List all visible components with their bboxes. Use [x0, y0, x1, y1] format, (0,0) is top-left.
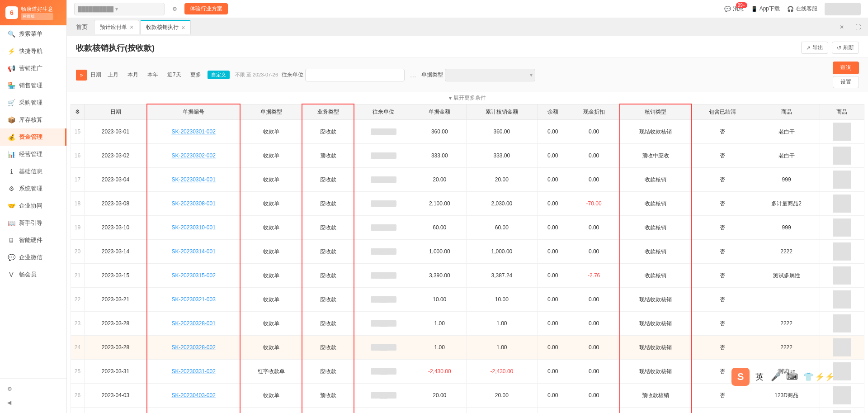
col-settings[interactable]: ⚙: [71, 104, 85, 120]
tabbar-right-actions: ✕ ⛶: [835, 21, 864, 33]
col-partner: 往来单位: [354, 104, 413, 120]
cell-balance: 0.00: [538, 360, 568, 384]
query-button[interactable]: 查询: [833, 62, 859, 74]
cell-product: 测试多属性: [753, 264, 820, 288]
sidebar-item-quicknav[interactable]: ⚡ 快捷导航: [0, 43, 66, 60]
cell-slip-amount: 1.00: [413, 312, 466, 336]
app-download-btn[interactable]: 📱 App下载: [751, 5, 780, 13]
sidebar-icon-marketing: 📢: [7, 65, 15, 72]
date-btn-last-month[interactable]: 上月: [105, 70, 121, 80]
user-avatar[interactable]: [825, 3, 861, 15]
pre-payment-label: 预计应付单: [100, 24, 127, 31]
slip-no-link[interactable]: SK-20230328-002: [171, 344, 215, 351]
workspace-selector[interactable]: ██████████ ▾: [74, 3, 165, 15]
cell-num: 23: [71, 312, 85, 336]
sidebar-item-operation[interactable]: 📊 经营管理: [0, 146, 66, 163]
sidebar-item-member[interactable]: V 畅会员: [0, 266, 66, 283]
date-custom-btn[interactable]: 自定义: [208, 71, 230, 79]
sidebar-item-purchase[interactable]: 🛒 采购管理: [0, 94, 66, 111]
sidebar-item-sales[interactable]: 🏪 销售管理: [0, 77, 66, 94]
slip-no-link[interactable]: SK-20230315-002: [171, 272, 215, 279]
sidebar-item-hardware[interactable]: 🖥 智能硬件: [0, 232, 66, 249]
date-btn-this-year[interactable]: 本年: [145, 70, 161, 80]
slip-type-select[interactable]: [445, 69, 535, 81]
sidebar-item-finance[interactable]: 💰 资金管理: [0, 128, 66, 146]
cell-accum-cancel: 333.00: [466, 144, 537, 168]
sidebar-item-collab[interactable]: 🤝 企业协同: [0, 197, 66, 214]
tab-pre-payment[interactable]: 预计应付单 ×: [94, 20, 139, 34]
tab-close-pre-payment[interactable]: ×: [130, 24, 133, 31]
col-cancel-type: 核销类型: [620, 104, 692, 120]
col-product: 商品: [753, 104, 820, 120]
sidebar-item-info[interactable]: ℹ 基础信息: [0, 163, 66, 180]
solution-button[interactable]: 体验行业方案: [184, 3, 228, 14]
sidebar-item-marketing[interactable]: 📢 营销推广: [0, 60, 66, 77]
cell-product: 老白干: [753, 120, 820, 144]
slip-no-link[interactable]: SK-20230321-003: [171, 296, 215, 303]
cell-accum-cancel: 1.00: [466, 336, 537, 360]
sidebar-item-guide[interactable]: 📖 新手引导: [0, 214, 66, 232]
cell-slip-type: 收款单: [240, 288, 302, 312]
tab-collection-exec[interactable]: 收款核销执行 ×: [140, 20, 191, 34]
cell-accum-cancel: 1,000.00: [466, 240, 537, 264]
cell-cash-discount: 0.00: [568, 168, 620, 192]
slip-no-link[interactable]: SK-20230308-001: [171, 200, 215, 207]
partner-input[interactable]: [305, 69, 405, 81]
sidebar-item-search[interactable]: 🔍 搜索菜单: [0, 25, 66, 43]
cell-product: 衣服00001: [753, 408, 820, 413]
cell-slip-no: SK-20230408-001: [147, 408, 240, 413]
slip-no-link[interactable]: SK-20230302-002: [171, 152, 215, 159]
tab-close-all-btn[interactable]: ✕: [835, 21, 848, 33]
slip-no-link[interactable]: SK-20230310-001: [171, 224, 215, 231]
cell-slip-type: 收款单: [240, 216, 302, 240]
col-slip-no: 单据编号: [147, 104, 240, 120]
table-row: 17 2023-03-04 SK-20230304-001 收款单 应收款 ██…: [71, 168, 864, 192]
cell-cancel-type: 预收中应收: [620, 144, 692, 168]
expand-more-btn[interactable]: ▾ 展开更多条件: [449, 94, 486, 102]
sidebar-item-system[interactable]: ⚙ 系统管理: [0, 180, 66, 197]
cell-slip-amount: 333.00: [413, 144, 466, 168]
sidebar-icon-quicknav: ⚡: [7, 47, 15, 55]
message-btn[interactable]: 💬 消息 99+: [724, 5, 744, 13]
cell-num: 24: [71, 336, 85, 360]
cell-balance: 0.00: [538, 408, 568, 413]
sidebar-icon-wechat: 💬: [7, 254, 15, 261]
slip-no-link[interactable]: SK-20230301-002: [171, 128, 215, 135]
home-tab-label: 首页: [76, 23, 88, 31]
filter-more-dots[interactable]: ...: [410, 71, 416, 79]
sidebar-item-wechat[interactable]: 💬 企业微信: [0, 249, 66, 266]
tab-close-collection[interactable]: ×: [181, 24, 185, 31]
topbar-gear-btn[interactable]: ⚙: [168, 3, 181, 15]
slip-no-link[interactable]: SK-20230331-002: [171, 368, 215, 375]
cell-partner: ██: [354, 264, 413, 288]
cell-product: 2222: [753, 312, 820, 336]
settings-button[interactable]: 设置: [833, 76, 859, 88]
cell-biz-type: 应收款: [302, 240, 354, 264]
cell-slip-amount: 2,100.00: [413, 192, 466, 216]
slip-no-link[interactable]: SK-20230403-002: [171, 392, 215, 399]
refresh-button[interactable]: ↺ 刷新: [832, 42, 859, 54]
table-header: ⚙ 日期 单据编号 单据类型 业务类型 往来单位 单据金额 累计核销金额 余额 …: [71, 104, 864, 120]
tab-fullscreen-btn[interactable]: ⛶: [852, 21, 864, 33]
topbar-right: 💬 消息 99+ 📱 App下载 🎧 在线客服: [724, 3, 861, 15]
sidebar-icon-hardware: 🖥: [7, 237, 15, 244]
slip-no-link[interactable]: SK-20230304-001: [171, 176, 215, 183]
sidebar-collapse[interactable]: ◀: [0, 396, 66, 409]
export-button[interactable]: ↗ 导出: [801, 42, 828, 54]
sidebar-item-inventory[interactable]: 📦 库存核算: [0, 111, 66, 128]
filter-expand-btn[interactable]: »: [76, 70, 87, 81]
date-btn-this-month[interactable]: 本月: [125, 70, 141, 80]
slip-no-link[interactable]: SK-20230314-001: [171, 248, 215, 255]
slip-no-link[interactable]: SK-20230328-001: [171, 320, 215, 327]
tab-home[interactable]: 首页: [71, 20, 93, 34]
cell-date: 2023-03-02: [85, 144, 147, 168]
date-range-display: 不限 至 2023-07-26: [235, 71, 278, 78]
date-btn-more[interactable]: 更多: [188, 70, 204, 80]
cell-cancel-type: 现结收款核销: [620, 408, 692, 413]
table-row: 27 2023-04-08 SK-20230408-001 收款单 应收款 ██…: [71, 408, 864, 413]
sidebar-settings[interactable]: ⚙: [0, 382, 66, 396]
online-service-btn[interactable]: 🎧 在线客服: [787, 5, 817, 13]
sidebar-label-info: 基础信息: [19, 167, 42, 176]
date-btn-7days[interactable]: 近7天: [165, 70, 184, 80]
cell-slip-no: SK-20230304-001: [147, 168, 240, 192]
